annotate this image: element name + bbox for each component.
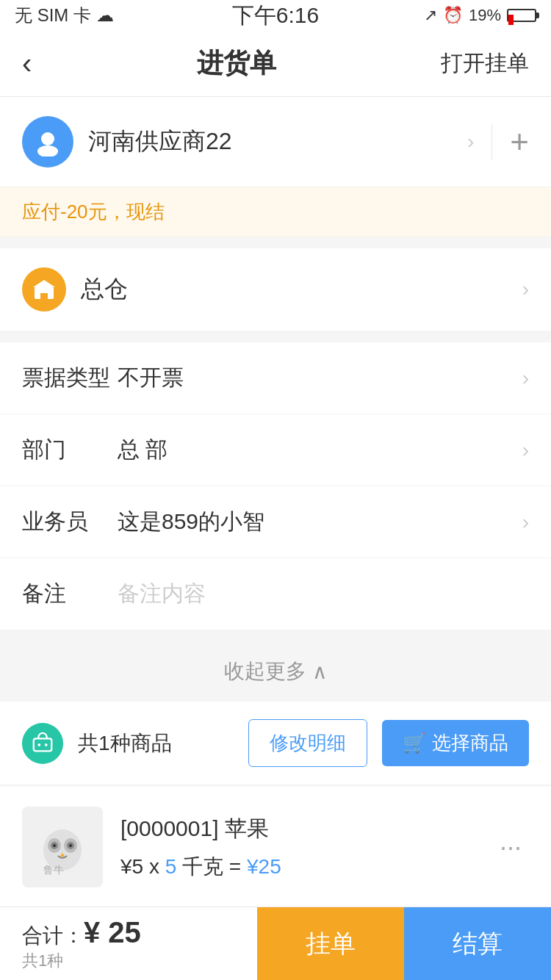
product-id: [0000001] (120, 816, 218, 840)
back-button[interactable]: ‹ (22, 47, 32, 80)
svg-point-0 (41, 132, 54, 145)
status-bar: 无 SIM 卡 ☁ 下午6:16 ↗ ⏰ 19% (0, 0, 551, 31)
product-header: 共1种商品 修改明细 🛒 选择商品 (0, 702, 551, 785)
supplier-chevron-icon: › (467, 130, 474, 154)
debt-notice: 应付-20元，现结 (0, 187, 551, 237)
product-thumbnail: 鲁牛 (22, 807, 103, 887)
invoice-type-label: 票据类型 (22, 363, 118, 393)
status-bar-left: 无 SIM 卡 ☁ (15, 4, 114, 27)
product-card: 共1种商品 修改明细 🛒 选择商品 (0, 702, 551, 908)
warehouse-row[interactable]: 总仓 › (0, 248, 551, 331)
product-multiply: x (149, 855, 165, 878)
bottom-bar: 合计： ¥ 25 共1种 挂单 结算 (0, 907, 551, 980)
product-name: [0000001] 苹果 (120, 814, 492, 844)
product-item: 鲁牛 [0000001] 苹果 ¥5 x 5 千克 = ¥25 (0, 785, 551, 908)
supplier-card: 河南供应商22 › + 应付-20元，现结 (0, 97, 551, 237)
collapse-more-label: 收起更多 (224, 657, 306, 685)
product-info: [0000001] 苹果 ¥5 x 5 千克 = ¥25 (120, 814, 492, 881)
supplier-avatar (22, 116, 73, 167)
department-value: 总 部 (118, 435, 522, 465)
salesperson-row[interactable]: 业务员 这是859的小智 › (0, 486, 551, 558)
product-count-icon (22, 723, 63, 764)
department-row[interactable]: 部门 总 部 › (0, 414, 551, 486)
salesperson-label: 业务员 (22, 507, 118, 537)
product-quantity: 5 (165, 855, 177, 878)
battery-icon (507, 9, 536, 22)
location-icon: ↗ (424, 6, 437, 25)
suspend-button[interactable]: 挂单 (257, 907, 404, 980)
svg-rect-4 (40, 293, 48, 299)
status-bar-time: 下午6:16 (232, 1, 319, 31)
divider (491, 123, 492, 160)
status-bar-right: ↗ ⏰ 19% (424, 6, 536, 25)
svg-point-14 (69, 844, 72, 847)
warehouse-name: 总仓 (81, 273, 522, 306)
svg-rect-5 (34, 738, 51, 751)
checkout-button[interactable]: 结算 (404, 907, 551, 980)
collapse-more-icon: ∧ (312, 660, 328, 684)
salesperson-chevron-icon: › (522, 511, 529, 534)
product-total: ¥25 (247, 855, 281, 878)
total-amount: ¥ 25 (84, 916, 141, 949)
svg-point-1 (37, 145, 58, 156)
department-chevron-icon: › (522, 439, 529, 462)
svg-marker-3 (33, 280, 55, 287)
remark-row[interactable]: 备注 备注内容 (0, 558, 551, 630)
product-unit-price: ¥5 (120, 855, 143, 878)
salesperson-value: 这是859的小智 (118, 507, 522, 537)
add-supplier-button[interactable]: + (510, 126, 529, 158)
department-label: 部门 (22, 435, 118, 465)
product-unit: 千克 (182, 855, 223, 878)
cart-icon: 🛒 (403, 732, 426, 754)
total-count: 共1种 (22, 950, 235, 972)
remark-input[interactable]: 备注内容 (118, 579, 529, 609)
svg-text:鲁牛: 鲁牛 (43, 864, 64, 876)
main-content: 河南供应商22 › + 应付-20元，现结 总仓 › 票据类型 不开票 › 部门… (0, 97, 551, 980)
product-count-text: 共1种商品 (78, 729, 234, 757)
form-section: 票据类型 不开票 › 部门 总 部 › 业务员 这是859的小智 › 备注 备注… (0, 342, 551, 630)
warehouse-icon (22, 267, 66, 311)
svg-point-13 (53, 844, 56, 847)
invoice-type-value: 不开票 (118, 363, 522, 393)
edit-detail-button[interactable]: 修改明细 (248, 719, 367, 767)
invoice-type-row[interactable]: 票据类型 不开票 › (0, 342, 551, 414)
product-more-button[interactable]: ··· (492, 824, 529, 870)
invoice-type-chevron-icon: › (522, 367, 529, 390)
supplier-name: 河南供应商22 (88, 126, 467, 158)
total-section: 合计： ¥ 25 共1种 (0, 907, 257, 980)
sim-status: 无 SIM 卡 ☁ (15, 4, 114, 27)
select-product-button[interactable]: 🛒 选择商品 (382, 720, 529, 766)
svg-point-6 (37, 743, 40, 746)
warehouse-chevron-icon: › (522, 278, 529, 301)
alarm-icon: ⏰ (443, 6, 463, 25)
product-price: ¥5 x 5 千克 = ¥25 (120, 853, 492, 881)
collapse-more-row[interactable]: 收起更多 ∧ (0, 641, 551, 702)
supplier-row[interactable]: 河南供应商22 › + (0, 97, 551, 187)
page-title: 进货单 (197, 46, 276, 82)
select-product-label: 选择商品 (432, 730, 508, 756)
product-equals: = (229, 855, 247, 878)
remark-label: 备注 (22, 579, 118, 609)
battery-text: 19% (469, 6, 501, 25)
nav-bar: ‹ 进货单 打开挂单 (0, 31, 551, 97)
total-label: 合计： (22, 922, 84, 950)
product-title-text: 苹果 (225, 816, 269, 840)
open-suspend-button[interactable]: 打开挂单 (441, 48, 529, 79)
svg-point-7 (45, 743, 48, 746)
